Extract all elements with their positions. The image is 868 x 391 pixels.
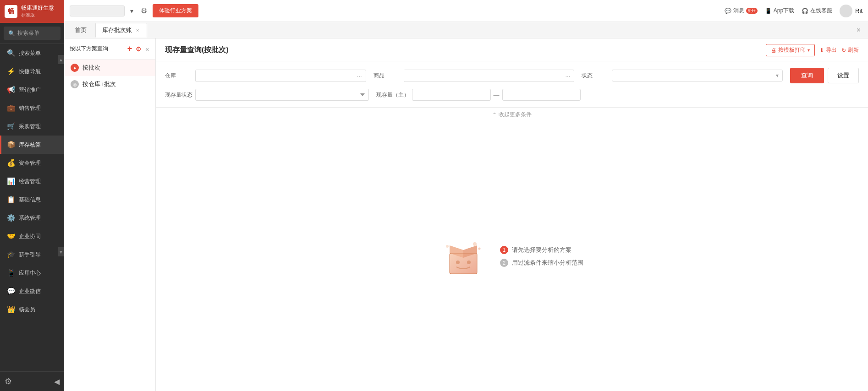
- stock-qty-max-input[interactable]: [502, 89, 581, 101]
- tab-inventory-batch[interactable]: 库存批次账 ×: [95, 23, 147, 38]
- form-row-1: 仓库 ··· 商品 ···: [165, 68, 859, 83]
- goods-input[interactable]: [404, 70, 562, 81]
- scheme-item-by-batch[interactable]: ● 按批次: [64, 60, 155, 76]
- svg-point-5: [467, 261, 471, 264]
- warehouse-more-icon[interactable]: ···: [353, 70, 366, 81]
- nav-label-ops: 经营管理: [19, 178, 41, 185]
- nav-label-search: 搜索菜单: [19, 49, 41, 57]
- sidebar-scroll-down[interactable]: ▼: [58, 247, 64, 256]
- stock-status-label: 现存量状态: [165, 91, 192, 99]
- status-select-wrapper[interactable]: ▾: [612, 70, 783, 81]
- user-info[interactable]: Rit: [840, 5, 863, 17]
- scheme-label-by-warehouse-batch: 按仓库+批次: [82, 80, 116, 88]
- scheme-settings-button[interactable]: ⚙: [135, 44, 143, 54]
- nav-icon-inventory: 📦: [7, 141, 15, 149]
- message-icon: 💬: [725, 8, 731, 14]
- nav-icon-purchase: 🛒: [7, 122, 15, 130]
- online-service-action[interactable]: 🎧 在线客服: [802, 7, 832, 15]
- form-field-status: 状态 ▾: [582, 70, 783, 81]
- export-button[interactable]: ⬇ 导出: [819, 46, 837, 54]
- svg-point-4: [456, 261, 460, 264]
- sidebar-item-inventory[interactable]: 📦 库存核算: [0, 136, 64, 154]
- messages-action[interactable]: 💬 消息 99+: [725, 7, 758, 15]
- sidebar-search-container: 🔍 搜索菜单: [0, 23, 64, 44]
- scheme-icon-red: ●: [71, 64, 79, 72]
- filter-panel: 按以下方案查询 + ⚙ « ● 按批次 ◎ 按仓库+批次: [64, 38, 156, 391]
- add-scheme-button[interactable]: +: [126, 43, 133, 54]
- svg-point-6: [473, 242, 477, 246]
- settings-button[interactable]: 设置: [828, 68, 859, 83]
- sidebar-item-search[interactable]: 🔍 搜索菜单: [0, 44, 64, 62]
- query-button[interactable]: 查询: [790, 68, 824, 83]
- sidebar-item-ops[interactable]: 📊 经营管理: [0, 172, 64, 190]
- topbar-right: 💬 消息 99+ 📱 App下载 🎧 在线客服 Rit: [725, 5, 863, 17]
- filter-panel-header-actions: + ⚙ «: [126, 43, 150, 54]
- messages-label: 消息: [733, 7, 744, 15]
- refresh-label: 刷新: [848, 46, 859, 54]
- sidebar-item-apps[interactable]: 📱 应用中心: [0, 264, 64, 282]
- form-field-warehouse: 仓库 ···: [165, 70, 366, 82]
- empty-state-inner: 1 请先选择要分析的方案 2 用过滤条件来缩小分析范围: [440, 233, 583, 280]
- form-field-goods: 商品 ···: [374, 70, 575, 82]
- print-icon: 🖨: [771, 47, 776, 54]
- stock-qty-label: 现存量（主）: [376, 91, 409, 99]
- headset-icon: 🎧: [802, 8, 808, 14]
- trial-button[interactable]: 体验行业方案: [153, 4, 198, 17]
- nav-label-basics: 基础信息: [19, 196, 41, 204]
- sidebar-item-member[interactable]: 👑 畅会员: [0, 300, 64, 319]
- topbar-settings-button[interactable]: ⚙: [139, 5, 149, 17]
- page-title: 现存量查询(按批次): [165, 45, 229, 55]
- tab-inventory-batch-close[interactable]: ×: [135, 27, 140, 33]
- tip-num-2: 2: [500, 259, 508, 267]
- sidebar-item-newbie[interactable]: 🎓 新手引导: [0, 245, 64, 264]
- sidebar-collapse-button[interactable]: ◀: [53, 376, 60, 387]
- sidebar-item-sales[interactable]: 💼 销售管理: [0, 99, 64, 117]
- sidebar-header: 畅 畅康通好生意 标准版: [0, 0, 64, 23]
- stock-qty-range: —: [412, 89, 580, 101]
- sidebar-item-marketing[interactable]: 📢 营销推广: [0, 81, 64, 99]
- query-form: 仓库 ··· 商品 ···: [156, 61, 868, 108]
- breadcrumb-input[interactable]: [70, 5, 125, 16]
- page-title-actions: 🖨 按模板打印 ▾ ⬇ 导出 ↻ 刷新: [766, 44, 859, 56]
- scheme-item-by-warehouse-batch[interactable]: ◎ 按仓库+批次: [64, 76, 155, 92]
- mobile-icon: 📱: [765, 8, 772, 14]
- sidebar-item-shortcut[interactable]: ⚡ 快捷导航: [0, 62, 64, 81]
- sidebar-scroll-up[interactable]: ▲: [58, 55, 64, 64]
- sidebar-settings-button[interactable]: ⚙: [4, 375, 13, 387]
- svg-point-7: [478, 248, 481, 250]
- app-logo: 畅: [5, 5, 17, 18]
- tab-home-label: 首页: [75, 26, 87, 34]
- sidebar-item-finance[interactable]: 💰 资金管理: [0, 154, 64, 172]
- form-field-stock-status: 现存量状态: [165, 89, 369, 101]
- sidebar-item-purchase[interactable]: 🛒 采购管理: [0, 117, 64, 136]
- sidebar-scroll: ▲ ▼: [58, 55, 64, 256]
- stock-qty-min-input[interactable]: [412, 89, 490, 101]
- refresh-button[interactable]: ↻ 刷新: [841, 46, 859, 54]
- nav-icon-basics: 📋: [7, 196, 15, 204]
- filter-panel-collapse-button[interactable]: «: [144, 44, 150, 54]
- main-content: ▾ ⚙ 体验行业方案 💬 消息 99+ 📱 App下载 🎧 在线客服 Rit: [64, 0, 868, 391]
- app-download-action[interactable]: 📱 App下载: [765, 7, 794, 15]
- sidebar-item-basics[interactable]: 📋 基础信息: [0, 190, 64, 209]
- print-dropdown-icon: ▾: [808, 48, 810, 53]
- sidebar-item-system[interactable]: ⚙️ 系统管理: [0, 209, 64, 227]
- warehouse-label: 仓库: [165, 72, 192, 80]
- topbar-dropdown-button[interactable]: ▾: [128, 5, 135, 16]
- nav-label-marketing: 营销推广: [19, 86, 41, 94]
- sidebar-footer: ⚙ ◀: [0, 371, 64, 391]
- sidebar-item-wechat[interactable]: 💬 企业微信: [0, 282, 64, 300]
- goods-more-icon[interactable]: ···: [562, 70, 574, 81]
- print-button[interactable]: 🖨 按模板打印 ▾: [766, 44, 815, 56]
- collapse-more-button[interactable]: ⌃ 收起更多条件: [156, 108, 868, 121]
- goods-input-wrapper: ···: [404, 70, 575, 82]
- nav-label-collab: 企业协同: [19, 233, 41, 240]
- stock-status-select[interactable]: [195, 89, 369, 101]
- warehouse-input[interactable]: [196, 70, 353, 81]
- warehouse-input-wrapper: ···: [195, 70, 366, 82]
- sidebar-item-collab[interactable]: 🤝 企业协同: [0, 227, 64, 245]
- tab-home[interactable]: 首页: [68, 23, 93, 38]
- nav-icon-marketing: 📢: [7, 86, 15, 94]
- tab-panel-close-button[interactable]: ×: [853, 24, 864, 36]
- search-menu-button[interactable]: 🔍 搜索菜单: [4, 27, 60, 40]
- print-label: 按模板打印: [778, 46, 806, 54]
